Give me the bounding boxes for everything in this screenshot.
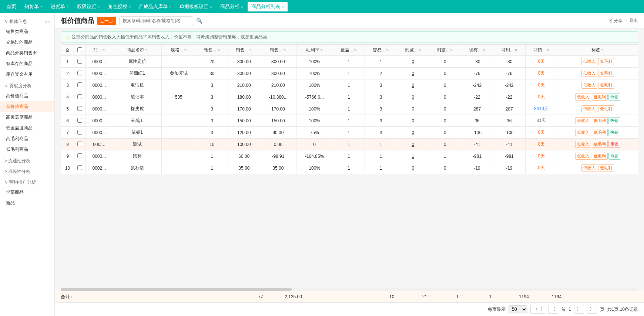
sidebar-item-low-value[interactable]: 低价值商品 <box>0 101 54 112</box>
settings-icon[interactable]: ⚙ <box>65 47 70 53</box>
tag: 低毛利 <box>592 141 608 148</box>
page-size-label: 每页显示 <box>488 306 506 313</box>
time-badge[interactable]: 近一月 <box>97 17 116 25</box>
prev-page-button[interactable]: 〈 <box>548 305 558 314</box>
row-browse1[interactable]: 0 <box>397 56 429 68</box>
sidebar-group-growth[interactable]: > 成长性分析 <box>0 166 54 176</box>
sidebar-item-high-value[interactable]: 高价值商品 <box>0 91 54 101</box>
row-browse1[interactable]: 0 <box>397 91 429 103</box>
row-name: 测试 <box>113 139 161 150</box>
row-trade: 3 <box>365 91 397 103</box>
sidebar-item-all-goods[interactable]: 全部商品 <box>0 187 54 198</box>
page-size-select[interactable]: 50 100 200 <box>509 305 527 313</box>
last-page-button[interactable]: 〉 <box>587 305 597 314</box>
nav-permissions[interactable]: 权限设置 × <box>73 2 104 11</box>
row-select[interactable] <box>77 94 82 99</box>
page-label: 首 <box>561 306 566 313</box>
row-browse1[interactable]: 0 <box>397 139 429 150</box>
row-browse1[interactable]: 1 <box>397 150 429 162</box>
collapse-icon[interactable]: << <box>45 19 50 24</box>
row-browse1[interactable]: 0 <box>397 79 429 91</box>
nav-goods-analysis[interactable]: 商品分析 × <box>217 2 247 11</box>
row-cover: 1 <box>333 115 365 127</box>
row-trade: 1 <box>365 150 397 162</box>
sidebar-item-traded-goods[interactable]: 交易过的商品 <box>0 37 54 48</box>
row-checkbox[interactable] <box>74 150 85 162</box>
scrollbar-thumb[interactable] <box>61 288 292 291</box>
sidebar-group-marketing[interactable]: ∨ 营销推广分析 <box>0 176 54 187</box>
row-checkbox[interactable] <box>74 115 85 127</box>
tag: 低收入 <box>575 94 591 101</box>
row-checkbox[interactable] <box>74 103 85 115</box>
export-icon: ↑ <box>625 18 628 23</box>
close-icon[interactable]: × <box>241 5 243 9</box>
close-icon[interactable]: × <box>40 5 43 9</box>
col-sales3: 销售...⇅ <box>260 45 296 56</box>
row-browse1[interactable]: 0 <box>397 162 429 174</box>
row-browse1[interactable]: 0 <box>397 68 429 79</box>
sidebar-group-contribution[interactable]: ∨ 贡献度分析 <box>0 80 54 91</box>
sidebar-item-stock-capital[interactable]: 库存资金占用 <box>0 69 54 80</box>
sidebar-item-new-goods[interactable]: 新品 <box>0 198 54 208</box>
sidebar-group-circulation[interactable]: > 流通性分析 <box>0 155 54 166</box>
first-page-button[interactable]: 〈〈 <box>530 305 545 314</box>
sidebar-item-high-coverage[interactable]: 高覆盖度商品 <box>0 112 54 123</box>
nav-role-auth[interactable]: 角色授权 × <box>104 2 135 11</box>
close-icon[interactable]: × <box>98 5 100 9</box>
sidebar-item-low-coverage[interactable]: 低覆盖度商品 <box>0 123 54 133</box>
close-icon[interactable]: × <box>282 5 284 9</box>
share-button[interactable]: ⎘ 分享 <box>610 18 623 24</box>
sidebar-item-sales-goods[interactable]: 销售类商品 <box>0 26 54 37</box>
row-name: 属性定价 <box>113 56 161 68</box>
row-select[interactable] <box>77 165 82 170</box>
nav-home[interactable]: 首页 <box>3 2 20 11</box>
sidebar-item-stock-goods[interactable]: 有库存的商品 <box>0 58 54 69</box>
row-days: 0天 <box>525 79 557 91</box>
row-select[interactable] <box>77 118 82 123</box>
next-page-button[interactable]: 〉 <box>574 305 584 314</box>
row-browse1[interactable]: 0 <box>397 103 429 115</box>
export-button[interactable]: ↑ 导出 <box>625 18 638 24</box>
row-select[interactable] <box>77 82 82 87</box>
row-trade: 3 <box>365 103 397 115</box>
row-select[interactable] <box>77 130 82 135</box>
row-checkbox[interactable] <box>74 56 85 68</box>
row-checkbox[interactable] <box>74 139 85 150</box>
row-checkbox[interactable] <box>74 127 85 139</box>
nav-sales[interactable]: 销货单 × <box>21 2 46 11</box>
row-stock: -106 <box>461 127 493 139</box>
page-title: 低价值商品 <box>61 16 94 25</box>
row-checkbox[interactable] <box>74 91 85 103</box>
select-all-checkbox[interactable] <box>77 47 82 52</box>
sidebar-item-high-margin[interactable]: 高毛利商品 <box>0 133 54 144</box>
row-browse1[interactable]: 0 <box>397 127 429 139</box>
row-checkbox[interactable] <box>74 68 85 79</box>
horizontal-scrollbar[interactable] <box>61 288 638 291</box>
search-input[interactable] <box>119 16 193 25</box>
sidebar-item-category-rate[interactable]: 商品分类销售率 <box>0 48 54 58</box>
sidebar-group-overall[interactable]: ∨ 整体信息 << <box>0 16 54 26</box>
sidebar-item-low-margin[interactable]: 低毛利商品 <box>0 144 54 155</box>
col-sales2: 销售...⇅ <box>228 45 260 56</box>
nav-product-in[interactable]: 产成品入库单 × <box>135 2 175 11</box>
nav-goods-analysis-list[interactable]: 商品分析列表 × <box>248 2 288 11</box>
row-checkbox[interactable] <box>74 162 85 174</box>
close-icon[interactable]: × <box>129 5 131 9</box>
row-select[interactable] <box>77 106 82 111</box>
close-icon[interactable]: × <box>169 5 171 9</box>
row-checkbox[interactable] <box>74 79 85 91</box>
nav-purchase[interactable]: 进货单 × <box>47 2 73 11</box>
close-icon[interactable]: × <box>67 5 69 9</box>
nav-template[interactable]: 单据模板设置 × <box>176 2 216 11</box>
tag: 重置 <box>608 141 620 148</box>
search-icon[interactable]: 🔍 <box>196 18 202 24</box>
row-browse1[interactable]: 0 <box>397 115 429 127</box>
row-select[interactable] <box>77 153 82 158</box>
tag: 低毛利 <box>598 105 614 112</box>
row-select[interactable] <box>77 71 82 75</box>
tag: 低毛利 <box>592 153 608 160</box>
row-select[interactable] <box>77 142 82 146</box>
close-icon[interactable]: × <box>210 5 212 9</box>
page-label-end: 页 <box>600 306 604 313</box>
row-select[interactable] <box>77 59 82 64</box>
